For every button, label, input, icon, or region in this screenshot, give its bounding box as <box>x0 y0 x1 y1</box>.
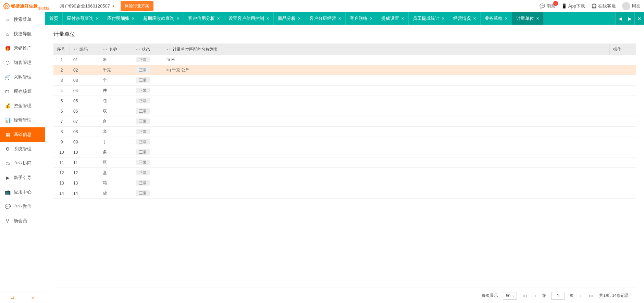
tab-scroll-right[interactable]: ▶ <box>625 12 634 25</box>
sidebar-item[interactable]: ⛫库存核算 <box>0 84 45 99</box>
status-badge: 正常 <box>136 108 150 114</box>
table-row[interactable]: 505包正常 <box>53 96 636 106</box>
cell-name: 包 <box>99 98 132 104</box>
online-service-button[interactable]: 🎧 在线客服 <box>591 3 616 9</box>
messages-button[interactable]: 💬 消息 6 <box>540 3 555 9</box>
page-input[interactable] <box>551 292 565 300</box>
sidebar-icon: ⬡ <box>5 60 10 65</box>
trial-button[interactable]: 体验行业方案 <box>121 1 153 11</box>
sidebar-label: 经营管理 <box>14 117 32 123</box>
close-icon[interactable]: ✕ <box>96 16 99 21</box>
tab[interactable]: 设置客户信用控制✕ <box>224 12 274 25</box>
close-icon[interactable]: ✕ <box>536 16 539 21</box>
table-row[interactable]: 1414袋正常 <box>53 188 636 199</box>
cell-status: 正常 <box>132 57 163 62</box>
tab[interactable]: 应付明细账✕ <box>103 12 139 25</box>
close-icon[interactable]: ✕ <box>442 16 445 21</box>
sidebar-item[interactable]: ▦基础信息 <box>0 127 45 142</box>
table-row[interactable]: 404件正常 <box>53 86 636 96</box>
cell-status: 正常 <box>132 119 163 124</box>
tab[interactable]: 计量单位✕ <box>512 12 544 25</box>
tab[interactable]: 提成设置✕ <box>377 12 409 25</box>
col-status[interactable]: ▲▼状态 <box>132 44 163 55</box>
tab[interactable]: 客户联络✕ <box>346 12 377 25</box>
tab[interactable]: 首页 <box>45 12 63 25</box>
table-row[interactable]: 202千克正常kg 千克 公斤 <box>53 65 636 75</box>
sidebar-action-icon[interactable]: ⇄ <box>11 295 15 300</box>
col-code[interactable]: ▲▼编码 <box>70 44 99 55</box>
tab[interactable]: 应付余额查询✕ <box>63 12 103 25</box>
org-selector[interactable]: 用户690企业1660120507 ▾ <box>60 3 114 9</box>
sidebar-item[interactable]: ⬡销售管理 <box>0 55 45 70</box>
last-page-button[interactable]: ⏭ <box>587 293 594 298</box>
status-badge: 正常 <box>136 160 150 165</box>
tab-close-all[interactable]: ✕ <box>634 12 644 25</box>
close-icon[interactable]: ✕ <box>176 16 179 21</box>
table-row[interactable]: 606双正常 <box>53 106 636 116</box>
sort-icon: ▲▼ <box>103 48 108 50</box>
user-menu[interactable]: 用友 <box>622 2 641 10</box>
cell-code: 03 <box>70 78 99 83</box>
sidebar-item[interactable]: 📺应用中心 <box>0 185 45 199</box>
next-page-button[interactable]: › <box>579 293 583 298</box>
table-row[interactable]: 1313箱正常 <box>53 178 636 188</box>
close-icon[interactable]: ✕ <box>370 16 373 21</box>
prev-page-button[interactable]: ‹ <box>533 293 537 298</box>
sidebar-item[interactable]: ⚙系统管理 <box>0 142 45 156</box>
cell-index: 12 <box>53 171 70 175</box>
col-name[interactable]: ▲▼名称 <box>99 44 132 55</box>
sort-icon: ▲▼ <box>73 48 78 50</box>
tab-scroll-left[interactable]: ◀ <box>615 12 625 25</box>
col-alias[interactable]: ▲▼计量单位匹配的名称列表 <box>163 44 610 55</box>
close-icon[interactable]: ✕ <box>217 16 220 21</box>
table-row[interactable]: 909手正常 <box>53 137 636 147</box>
tab[interactable]: 商品分析✕ <box>274 12 305 25</box>
tab-label: 客户信用分析 <box>188 15 215 22</box>
cell-name: 手 <box>99 139 132 145</box>
cell-status: 正常 <box>132 139 163 144</box>
sidebar-item[interactable]: ⌕搜索菜单 <box>0 12 45 27</box>
org-name: 用户690企业1660120507 <box>60 3 110 9</box>
sidebar-item[interactable]: 💬企业微信 <box>0 199 45 214</box>
col-index[interactable]: 序号 <box>53 44 70 55</box>
cell-status: 正常 <box>132 170 163 175</box>
sidebar-item[interactable]: V畅会员 <box>0 214 45 228</box>
first-page-button[interactable]: ⏮ <box>522 293 529 298</box>
tab[interactable]: 员工提成统计✕ <box>409 12 449 25</box>
sidebar-item[interactable]: 🗂企业协同 <box>0 156 45 171</box>
sidebar-item[interactable]: 🛒采购管理 <box>0 70 45 84</box>
table-row[interactable]: 707台正常 <box>53 116 636 127</box>
tab[interactable]: 超期应收款查询✕ <box>139 12 184 25</box>
table-row[interactable]: 303个正常 <box>53 75 636 86</box>
tab-label: 设置客户信用控制 <box>228 15 264 22</box>
tab[interactable]: 客户分层经营✕ <box>305 12 346 25</box>
close-icon[interactable]: ✕ <box>298 16 301 21</box>
tab[interactable]: 客户信用分析✕ <box>184 12 224 25</box>
sidebar-item[interactable]: ▶新手引导 <box>0 171 45 185</box>
sidebar-label: 基础信息 <box>14 131 32 138</box>
tab[interactable]: 业务草稿✕ <box>481 12 512 25</box>
sidebar-item[interactable]: 💰资金管理 <box>0 99 45 113</box>
close-icon[interactable]: ✕ <box>473 16 476 21</box>
sidebar-item[interactable]: ⌂快捷导航 <box>0 27 45 41</box>
close-icon[interactable]: ✕ <box>266 16 269 21</box>
tab[interactable]: 经营情况✕ <box>449 12 481 25</box>
cell-code: 02 <box>70 68 99 73</box>
status-badge: 正常 <box>136 77 150 83</box>
table-row[interactable]: 1010条正常 <box>53 147 636 157</box>
sidebar-item[interactable]: 🎁营销推广 <box>0 41 45 55</box>
sidebar-collapse-icon[interactable]: « <box>32 295 34 300</box>
pagination-footer: 每页显示 50 ⏮ ‹ 第 页 › ⏭ 共1页, 14条记录 <box>53 288 636 303</box>
per-page-select[interactable]: 50 <box>503 292 517 300</box>
close-icon[interactable]: ✕ <box>401 16 404 21</box>
table-row[interactable]: 1212盒正常 <box>53 168 636 178</box>
app-download-button[interactable]: 📱 App下载 <box>561 3 585 9</box>
close-icon[interactable]: ✕ <box>132 16 135 21</box>
sidebar-item[interactable]: 📊经营管理 <box>0 113 45 127</box>
close-icon[interactable]: ✕ <box>505 16 508 21</box>
tab-label: 计量单位 <box>516 15 534 22</box>
table-row[interactable]: 1111瓶正常 <box>53 157 636 168</box>
table-row[interactable]: 808套正常 <box>53 127 636 137</box>
close-icon[interactable]: ✕ <box>338 16 341 21</box>
table-row[interactable]: 101米正常m 米 <box>53 55 636 65</box>
